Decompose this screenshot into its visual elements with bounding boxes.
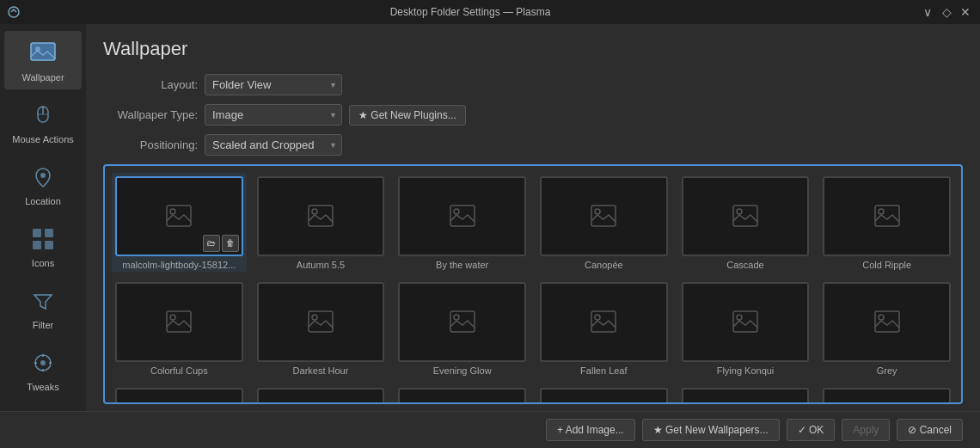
svg-rect-38: [733, 311, 757, 332]
sidebar-item-location-label: Location: [25, 196, 61, 206]
wallpaper-item[interactable]: [819, 384, 954, 404]
svg-rect-18: [167, 206, 191, 226]
svg-point-41: [879, 315, 884, 320]
layout-label: Layout:: [103, 78, 198, 91]
image-placeholder-icon: [165, 310, 193, 334]
svg-point-31: [170, 315, 175, 320]
wallpaper-type-select-wrap: Image Color Slideshow: [205, 104, 342, 126]
wallpaper-thumb: [823, 176, 951, 256]
image-placeholder-icon: [873, 204, 901, 228]
close-btn[interactable]: ✕: [958, 4, 973, 20]
wallpaper-item[interactable]: Grey: [819, 279, 954, 377]
wallpaper-item[interactable]: Fallen Leaf: [536, 279, 671, 377]
apply-button[interactable]: Apply: [842, 419, 890, 441]
cancel-button[interactable]: ⊘ Cancel: [897, 419, 963, 441]
thumb-actions: 🗁 🗑: [203, 235, 239, 252]
wallpaper-item[interactable]: [678, 384, 813, 404]
positioning-select-wrap: Scaled and Cropped Scaled Centered Tiled…: [205, 134, 342, 156]
wallpaper-thumb: [398, 176, 526, 256]
minimize-btn[interactable]: ∨: [920, 4, 935, 20]
layout-select[interactable]: Folder View Desktop: [205, 74, 342, 95]
wallpaper-item[interactable]: Colorful Cups: [112, 279, 247, 377]
sidebar-item-icons-label: Icons: [32, 258, 54, 268]
svg-point-37: [595, 315, 600, 320]
filter-icon: [28, 285, 58, 316]
svg-rect-20: [309, 206, 333, 226]
svg-rect-40: [875, 311, 899, 332]
svg-point-39: [737, 315, 742, 320]
ok-button[interactable]: ✓ OK: [787, 419, 836, 441]
sidebar-item-wallpaper[interactable]: Wallpaper: [4, 31, 82, 89]
sidebar-item-wallpaper-label: Wallpaper: [21, 72, 64, 83]
wallpaper-thumb: [257, 176, 385, 256]
titlebar: Desktop Folder Settings — Plasma ∨ ◇ ✕: [0, 0, 980, 24]
svg-point-33: [312, 315, 317, 320]
wallpaper-name: Evening Glow: [433, 365, 492, 376]
sidebar-item-tweaks[interactable]: Tweaks: [4, 341, 82, 399]
wallpaper-item[interactable]: [112, 384, 247, 404]
wallpaper-thumb: [682, 388, 810, 404]
sidebar-item-mouse-label: Mouse Actions: [12, 134, 74, 144]
wallpaper-name: Colorful Cups: [150, 365, 208, 376]
svg-point-23: [454, 209, 459, 214]
wallpaper-item[interactable]: 🗁 🗑 malcolm-lightbody-15812...: [112, 173, 247, 272]
image-placeholder-icon: [307, 310, 334, 334]
wallpaper-item[interactable]: By the water: [395, 173, 530, 272]
sidebar-item-location[interactable]: Location: [4, 155, 82, 213]
svg-rect-9: [45, 229, 53, 237]
wallpaper-item[interactable]: Canopée: [536, 173, 671, 272]
location-icon: [28, 162, 58, 193]
svg-rect-36: [591, 311, 616, 332]
layout-row: Layout: Folder View Desktop: [103, 74, 963, 95]
positioning-select[interactable]: Scaled and Cropped Scaled Centered Tiled…: [205, 134, 342, 156]
thumb-folder-btn[interactable]: 🗁: [203, 235, 220, 252]
svg-point-35: [454, 315, 459, 320]
svg-rect-34: [450, 311, 475, 332]
wallpaper-item[interactable]: [254, 384, 389, 404]
wallpaper-thumb: [540, 176, 668, 256]
svg-rect-24: [591, 206, 616, 226]
wallpaper-item[interactable]: Flying Konqui: [678, 279, 813, 377]
bottom-bar: + Add Image... ★ Get New Wallpapers... ✓…: [0, 411, 980, 448]
wallpaper-name: Cascade: [726, 260, 763, 270]
thumb-delete-btn[interactable]: 🗑: [222, 235, 239, 252]
wallpaper-thumb: [682, 282, 810, 362]
get-new-plugins-button[interactable]: ★ Get New Plugins...: [349, 105, 466, 126]
svg-rect-11: [45, 241, 53, 249]
image-placeholder-icon: [590, 204, 617, 228]
wallpaper-item[interactable]: Cold Ripple: [819, 173, 954, 272]
image-placeholder-icon: [732, 310, 759, 334]
add-image-button[interactable]: + Add Image...: [546, 419, 635, 441]
wallpaper-thumb: 🗁 🗑: [115, 176, 243, 256]
wallpaper-icon: [28, 38, 58, 69]
svg-point-27: [737, 209, 742, 214]
svg-rect-22: [450, 206, 475, 226]
sidebar-item-icons[interactable]: Icons: [4, 217, 82, 275]
wallpaper-name: malcolm-lightbody-15812...: [122, 260, 236, 270]
svg-rect-30: [167, 311, 191, 332]
wallpaper-type-select[interactable]: Image Color Slideshow: [205, 104, 342, 126]
wallpaper-item[interactable]: [536, 384, 671, 404]
image-placeholder-icon: [165, 204, 193, 228]
wallpaper-item[interactable]: Darkest Hour: [254, 279, 389, 377]
wallpaper-thumb: [823, 388, 951, 404]
get-new-wallpapers-button[interactable]: ★ Get New Wallpapers...: [642, 419, 780, 441]
maximize-btn[interactable]: ◇: [939, 4, 954, 20]
image-placeholder-icon: [732, 204, 759, 228]
wallpaper-item[interactable]: Autumn 5.5: [254, 173, 389, 272]
wallpaper-grid: 🗁 🗑 malcolm-lightbody-15812... Autumn 5.…: [103, 164, 963, 404]
wallpaper-name: Canopée: [585, 260, 623, 270]
sidebar-item-mouse-actions[interactable]: Mouse Actions: [4, 93, 82, 151]
wallpaper-thumb: [540, 388, 668, 404]
wallpaper-item[interactable]: Evening Glow: [395, 279, 530, 377]
sidebar-item-filter[interactable]: Filter: [4, 279, 82, 337]
svg-point-25: [595, 209, 600, 214]
wallpaper-item[interactable]: [395, 384, 530, 404]
svg-rect-28: [875, 206, 899, 226]
svg-rect-8: [33, 229, 41, 237]
image-placeholder-icon: [873, 310, 901, 334]
wallpaper-item[interactable]: Cascade: [678, 173, 813, 272]
positioning-label: Positioning:: [103, 138, 198, 151]
svg-rect-10: [33, 241, 41, 249]
layout-select-wrap: Folder View Desktop: [205, 74, 342, 95]
